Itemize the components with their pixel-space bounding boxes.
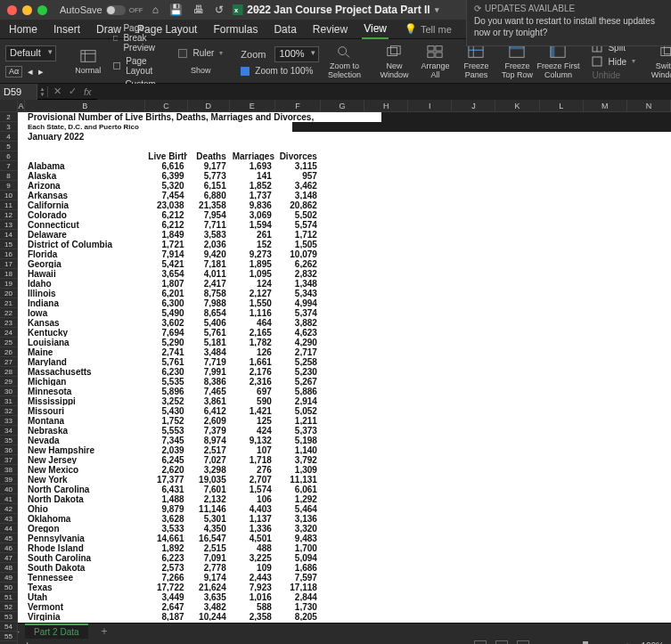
- cell[interactable]: 20,862: [275, 200, 321, 210]
- cell[interactable]: [18, 416, 25, 426]
- cell[interactable]: 7,923: [230, 583, 275, 592]
- row-header-7[interactable]: 7: [0, 161, 17, 171]
- cell[interactable]: [627, 534, 671, 543]
- cell[interactable]: [18, 122, 25, 132]
- cell[interactable]: 2,778: [188, 563, 230, 573]
- cells-area[interactable]: Provisional Number of Live Births, Death…: [18, 112, 671, 623]
- cell[interactable]: 7,454: [145, 191, 187, 200]
- cell[interactable]: [584, 171, 627, 181]
- cell[interactable]: Michigan: [25, 377, 145, 387]
- tab-data[interactable]: Data: [272, 20, 298, 38]
- cell[interactable]: 1,849: [145, 230, 187, 240]
- cell[interactable]: [584, 220, 627, 230]
- cell[interactable]: [495, 455, 539, 465]
- cell[interactable]: [495, 279, 539, 289]
- row-header-44[interactable]: 44: [0, 524, 17, 534]
- tab-formulas[interactable]: Formulas: [211, 20, 259, 38]
- cell[interactable]: [321, 622, 364, 623]
- row-header-32[interactable]: 32: [0, 406, 17, 416]
- row-header-2[interactable]: 2: [0, 112, 17, 122]
- cell[interactable]: [540, 592, 584, 602]
- cell[interactable]: [584, 259, 627, 269]
- cell[interactable]: Vermont: [25, 602, 145, 612]
- cell[interactable]: [452, 465, 495, 475]
- row-header-23[interactable]: 23: [0, 318, 17, 328]
- cell[interactable]: [452, 132, 495, 142]
- cell[interactable]: 7,601: [188, 485, 230, 494]
- cell[interactable]: [18, 347, 25, 357]
- cell[interactable]: [540, 543, 584, 553]
- cell[interactable]: [540, 181, 584, 191]
- cell[interactable]: [18, 220, 25, 230]
- spreadsheet-grid[interactable]: 2345678910111213141516171819202122232425…: [0, 100, 671, 623]
- cell[interactable]: [364, 191, 408, 200]
- cell[interactable]: [321, 534, 364, 543]
- cell[interactable]: [408, 583, 452, 592]
- cell[interactable]: [18, 289, 25, 298]
- cell[interactable]: [627, 377, 671, 387]
- cell[interactable]: [495, 426, 539, 436]
- cell[interactable]: [584, 377, 627, 387]
- cell[interactable]: [364, 553, 408, 563]
- style-a-icon[interactable]: Aα: [5, 66, 22, 77]
- cell[interactable]: [540, 406, 584, 416]
- cell[interactable]: 2,609: [188, 416, 230, 426]
- cell[interactable]: [495, 524, 539, 534]
- cell[interactable]: [540, 210, 584, 220]
- style-next-icon[interactable]: ▸: [38, 66, 44, 77]
- cell[interactable]: [495, 171, 539, 181]
- cell[interactable]: 5,535: [145, 377, 187, 387]
- cell[interactable]: 2,717: [275, 347, 321, 357]
- cell[interactable]: [540, 445, 584, 455]
- cell[interactable]: [452, 622, 495, 623]
- row-header-9[interactable]: 9: [0, 181, 17, 191]
- col-header-L[interactable]: L: [540, 100, 584, 111]
- cell[interactable]: 2,417: [188, 279, 230, 289]
- cell[interactable]: [408, 161, 452, 171]
- cell[interactable]: [627, 132, 671, 142]
- cell[interactable]: 5,290: [145, 338, 187, 347]
- cell[interactable]: 1,693: [230, 161, 275, 171]
- close-window-button[interactable]: [7, 5, 17, 15]
- cell[interactable]: 1,752: [145, 416, 187, 426]
- cell[interactable]: [408, 387, 452, 396]
- cell[interactable]: [364, 151, 408, 161]
- cell[interactable]: [627, 475, 671, 485]
- cell[interactable]: [452, 416, 495, 426]
- row-header-46[interactable]: 46: [0, 543, 17, 553]
- cell[interactable]: [408, 220, 452, 230]
- fx-icon[interactable]: fx: [84, 86, 92, 97]
- col-header-E[interactable]: E: [230, 100, 275, 111]
- cell[interactable]: Florida: [25, 249, 145, 259]
- row-header-28[interactable]: 28: [0, 367, 17, 377]
- cell[interactable]: [452, 269, 495, 279]
- cell[interactable]: [452, 387, 495, 396]
- cell[interactable]: [18, 132, 25, 142]
- cell[interactable]: [364, 475, 408, 485]
- cell[interactable]: 7,091: [188, 553, 230, 563]
- cell[interactable]: 3,882: [275, 318, 321, 328]
- cell[interactable]: 3,482: [188, 602, 230, 612]
- print-icon[interactable]: 🖶: [193, 4, 204, 16]
- cell[interactable]: 2,707: [230, 475, 275, 485]
- cell[interactable]: [452, 142, 495, 151]
- cell[interactable]: 5,316: [275, 622, 321, 623]
- cell[interactable]: [584, 161, 627, 171]
- cell[interactable]: 21,624: [188, 583, 230, 592]
- cell[interactable]: [18, 534, 25, 543]
- cell[interactable]: [452, 240, 495, 249]
- cell[interactable]: [627, 200, 671, 210]
- cell[interactable]: [452, 494, 495, 504]
- cell[interactable]: [627, 181, 671, 191]
- cell[interactable]: 1,782: [230, 338, 275, 347]
- cell[interactable]: 6,212: [145, 210, 187, 220]
- cell[interactable]: South Carolina: [25, 553, 145, 563]
- cell[interactable]: [452, 583, 495, 592]
- cell[interactable]: [408, 426, 452, 436]
- cell[interactable]: [495, 181, 539, 191]
- cell[interactable]: New Mexico: [25, 465, 145, 475]
- cell[interactable]: [540, 534, 584, 543]
- cell[interactable]: [452, 514, 495, 524]
- cell[interactable]: 14,661: [145, 534, 187, 543]
- cell[interactable]: [408, 240, 452, 249]
